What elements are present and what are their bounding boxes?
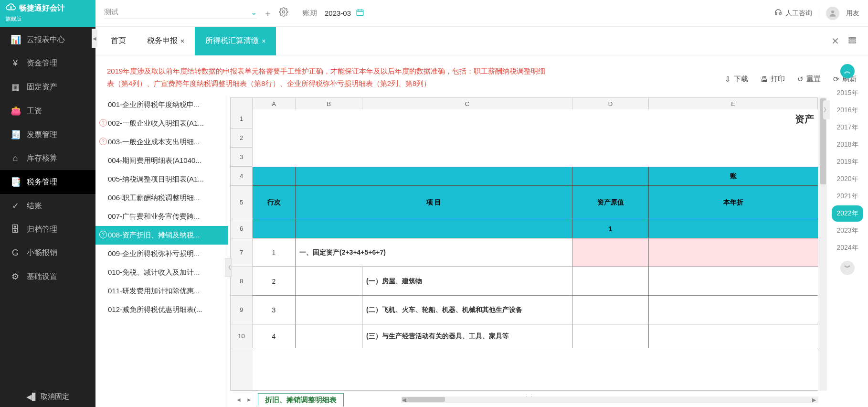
sidebar-icon-8: 🗄 (11, 225, 20, 235)
cell-rowno-1[interactable]: 2 (253, 267, 296, 295)
sidebar-icon-9: G (11, 248, 20, 258)
form-item-8[interactable]: 009-企业所得税弥补亏损明... (95, 245, 228, 263)
horizontal-scrollbar[interactable]: ◄► (401, 396, 818, 403)
form-item-4[interactable]: 005-纳税调整项目明细表(A1... (95, 170, 228, 189)
add-button[interactable]: ＋ (264, 8, 272, 19)
svg-rect-4 (849, 40, 856, 41)
sidebar-icon-7: ✓ (11, 201, 20, 211)
col-num-1: 1 (572, 219, 649, 238)
year-2018年[interactable]: 2018年 (832, 137, 863, 153)
year-up-button[interactable]: ︽ (840, 64, 855, 78)
year-2023年[interactable]: 2023年 (832, 223, 863, 239)
year-down-button[interactable]: ︾ (840, 261, 855, 275)
download-button[interactable]: ⇩下载 (725, 75, 748, 84)
sidebar-item-9[interactable]: G小畅报销 (0, 241, 95, 265)
cell-depr-2[interactable] (649, 296, 818, 324)
cell-rowno-0[interactable]: 1 (253, 238, 296, 267)
cell-depr-1[interactable] (649, 267, 818, 295)
tabs-bar: 首页税务申报×所得税汇算清缴× ✕ (95, 27, 868, 55)
sidebar-icon-4: 🧾 (11, 129, 20, 140)
cell-asset-0[interactable] (572, 238, 649, 267)
sidebar-item-8[interactable]: 🗄归档管理 (0, 218, 95, 241)
sidebar-item-0[interactable]: 📊云报表中心 (0, 28, 95, 52)
reset-icon: ↺ (797, 75, 804, 84)
tab-1[interactable]: 税务申报× (137, 27, 195, 55)
sidebar-item-10[interactable]: ⚙基础设置 (0, 265, 95, 289)
calendar-icon[interactable] (356, 8, 364, 18)
row-head-9[interactable]: 9 (231, 296, 253, 324)
year-2021年[interactable]: 2021年 (832, 188, 863, 204)
settings-icon[interactable] (279, 7, 288, 19)
cell-rowno-2[interactable]: 3 (253, 296, 296, 324)
col-head-e[interactable]: E (649, 98, 818, 109)
print-button[interactable]: 🖶打印 (761, 75, 785, 84)
year-2015年[interactable]: 2015年 (832, 85, 863, 101)
consult-button[interactable]: 人工咨询 (774, 8, 812, 18)
avatar[interactable] (826, 7, 839, 20)
sidebar-item-4[interactable]: 🧾发票管理 (0, 123, 95, 147)
cell-item-0[interactable]: 一、固定资产(2+3+4+5+6+7) (296, 238, 572, 267)
row-head-5[interactable]: 5 (231, 186, 253, 219)
row-head-4[interactable]: 4 (231, 167, 253, 186)
cell-asset-3[interactable] (572, 324, 649, 348)
sidebar-unpin[interactable]: ◀▋ 取消固定 (0, 392, 95, 401)
year-2017年[interactable]: 2017年 (832, 119, 863, 136)
row-head-6[interactable]: 6 (231, 219, 253, 238)
row-head-3[interactable]: 3 (231, 148, 253, 167)
form-item-7[interactable]: 008-资产折旧、摊销及纳税... (95, 226, 228, 245)
sidebar-item-2[interactable]: ▦固定资产 (0, 75, 95, 99)
cell-asset-2[interactable] (572, 296, 649, 324)
vertical-scrollbar[interactable] (819, 97, 827, 391)
year-2020年[interactable]: 2020年 (832, 171, 863, 187)
row-head-2[interactable]: 2 (231, 129, 253, 148)
company-selector[interactable]: 测试 ⌄ (104, 8, 257, 19)
year-2016年[interactable]: 2016年 (832, 102, 863, 118)
year-2022年[interactable]: 2022年 (832, 205, 863, 222)
close-all-icon[interactable]: ✕ (831, 35, 839, 47)
form-item-1[interactable]: 002-一般企业收入明细表(A1... (95, 114, 228, 133)
form-item-3[interactable]: 004-期间费用明细表(A1040... (95, 151, 228, 170)
tab-close-1[interactable]: × (180, 37, 184, 45)
tab-0[interactable]: 首页 (100, 27, 137, 55)
reset-button[interactable]: ↺重置 (797, 75, 821, 84)
cell-depr-0[interactable] (649, 238, 818, 267)
row-head-7[interactable]: 7 (231, 238, 253, 267)
sidebar-item-5[interactable]: ⌂库存核算 (0, 147, 95, 170)
year-2019年[interactable]: 2019年 (832, 154, 863, 170)
col-head-b[interactable]: B (296, 98, 362, 109)
sidebar: 畅捷通好会计 旗舰版 📊云报表中心¥资金管理▦固定资产👛工资🧾发票管理⌂库存核算… (0, 0, 95, 407)
sidebar-item-6[interactable]: 📑税务管理 (0, 170, 95, 194)
sidebar-icon-10: ⚙ (11, 271, 20, 282)
sidebar-item-3[interactable]: 👛工资 (0, 99, 95, 123)
sidebar-item-7[interactable]: ✓结账 (0, 194, 95, 218)
form-item-6[interactable]: 007-广告费和业务宣传费跨... (95, 207, 228, 226)
cell-asset-1[interactable] (572, 267, 649, 295)
col-head-c[interactable]: C (362, 98, 572, 109)
cell-item-3[interactable]: (三）与生产经营活动有关的器具、工具、家具等 (362, 324, 572, 348)
row-head-10[interactable]: 10 (231, 324, 253, 348)
cell-depr-3[interactable] (649, 324, 818, 348)
row-head-1[interactable]: 1 (231, 109, 253, 129)
year-rail: ︽ 2015年2016年2017年2018年2019年2020年2021年202… (827, 55, 868, 407)
col-head-d[interactable]: D (572, 98, 649, 109)
form-list-collapse-handle[interactable]: 《 (225, 258, 232, 277)
form-item-9[interactable]: 010-免税、减计收入及加计... (95, 263, 228, 282)
tabs-more-icon[interactable] (848, 36, 857, 46)
sheet-tab[interactable]: 折旧、摊销调整明细表 (258, 393, 344, 407)
row-head-8[interactable]: 8 (231, 267, 253, 296)
form-item-10[interactable]: 011-研发费用加计扣除优惠... (95, 282, 228, 300)
form-item-5[interactable]: 006-职工薪酬纳税调整明细... (95, 189, 228, 207)
form-item-2[interactable]: 003-一般企业成本支出明细... (95, 133, 228, 151)
form-item-0[interactable]: 001-企业所得税年度纳税申... (95, 96, 228, 114)
tab-close-2[interactable]: × (262, 37, 265, 45)
cell-item-2[interactable]: (二）飞机、火车、轮船、机器、机械和其他生产设备 (362, 296, 572, 324)
year-2024年[interactable]: 2024年 (832, 240, 863, 256)
tab-2[interactable]: 所得税汇算清缴× (195, 27, 276, 55)
form-item-11[interactable]: 012-减免所得税优惠明细表(... (95, 300, 228, 319)
sheet-head-acct: 账 (649, 167, 818, 185)
col-head-a[interactable]: A (253, 98, 296, 109)
cell-rowno-3[interactable]: 4 (253, 324, 296, 348)
cell-item-1[interactable]: (一）房屋、建筑物 (362, 267, 572, 295)
sheet-nav[interactable]: ◄► (230, 396, 258, 403)
sidebar-item-1[interactable]: ¥资金管理 (0, 52, 95, 75)
